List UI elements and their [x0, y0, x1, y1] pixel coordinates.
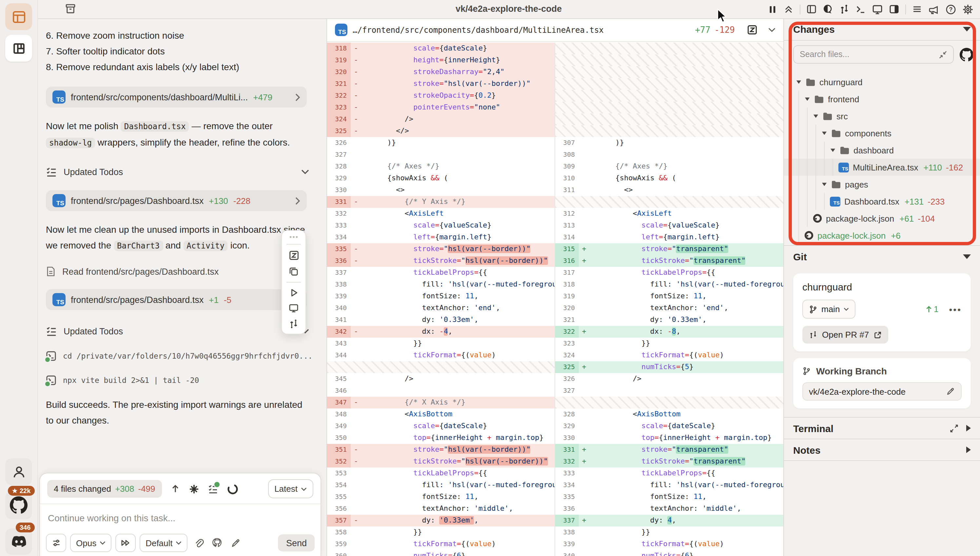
caret-down-icon[interactable] [830, 147, 836, 153]
updated-todos-row[interactable]: Updated Todos [46, 325, 309, 338]
model-dropdown[interactable]: Opus [70, 534, 111, 552]
code-line: )} [361, 137, 555, 149]
chevron-right-icon[interactable] [295, 196, 300, 205]
tree-item-frontend[interactable]: frontend [784, 91, 980, 108]
snapshot-icon[interactable] [288, 250, 299, 261]
code-line: dy: '0.33em', [361, 314, 555, 326]
document-icon [46, 266, 56, 277]
diff-new-side: 332+ tickStroke="transparent" [555, 456, 783, 467]
menu-icon[interactable] [912, 4, 922, 15]
files-changed-pill[interactable]: 4 files changed +308 -499 [47, 480, 162, 498]
working-branch-input[interactable]: vk/4e2a-explore-the-code [802, 382, 962, 401]
copy-icon[interactable] [289, 266, 299, 277]
version-dropdown[interactable]: Latest [268, 479, 313, 498]
octocat-icon[interactable] [960, 47, 974, 61]
tree-item-package-lock-json[interactable]: package-lock.json+6 [784, 227, 980, 244]
diff-new-side: 310 {showAxis && ( [555, 173, 783, 184]
todos-status-icon[interactable] [208, 483, 218, 494]
tool-call-row[interactable]: Read frontend/src/pages/Dashboard.tsx [46, 265, 219, 277]
panel-right-filled-icon[interactable] [889, 4, 899, 15]
panel-left-icon[interactable] [806, 4, 817, 15]
code-line: {/* Axes */} [361, 161, 555, 173]
help-icon[interactable]: ? [945, 3, 956, 15]
open-pr-button[interactable]: Open PR #7 [802, 326, 888, 344]
code-line: {/* Y Axis */} [361, 196, 555, 208]
edit-pencil-icon[interactable] [946, 387, 955, 396]
collapse-up-icon[interactable] [783, 4, 794, 15]
chevron-right-icon[interactable] [295, 93, 300, 101]
tree-item-components[interactable]: components [784, 124, 980, 142]
diff-row: 335- stroke="hsl(var(--border))"315+ str… [327, 243, 783, 255]
pen-icon[interactable] [228, 538, 243, 548]
diff-old-side: 360 numTicks={6} [327, 550, 555, 556]
tree-item-multilinearea-tsx[interactable]: TSMultiLineArea.tsx+110-162 [784, 159, 980, 176]
chevron-down-icon[interactable] [301, 169, 309, 175]
tree-item-package-lock-json[interactable]: package-lock.json+61-104 [784, 210, 980, 227]
terminal-section-header[interactable]: Terminal [784, 417, 980, 439]
run-icon[interactable] [289, 288, 299, 298]
snapshot-icon[interactable] [747, 24, 758, 36]
terminal-command-row[interactable]: npx vite build 2>&1 | tail -20 [46, 374, 199, 386]
caret-down-icon[interactable] [813, 113, 819, 119]
diff-new-side: 327 [555, 385, 783, 397]
diff-new-side: 316+ tickStroke="transparent" [555, 255, 783, 267]
chat-bubble-icon[interactable] [823, 4, 833, 15]
changes-section-header[interactable]: Changes [784, 18, 980, 40]
sparkle-icon[interactable] [189, 483, 199, 494]
code-line: <AxisLeft [589, 208, 783, 220]
chat-input[interactable]: Continue working on this task... [40, 504, 321, 523]
line-number: 324 [327, 113, 351, 125]
branch-dropdown[interactable]: main [802, 300, 856, 318]
code-line: tickFormat={(value) [361, 349, 555, 361]
scroll-up-icon[interactable] [170, 484, 180, 494]
send-button[interactable]: Send [278, 534, 315, 551]
monitor-icon[interactable] [289, 303, 299, 314]
sidebar-item-discord[interactable]: 346 [5, 529, 32, 555]
settings-sliders-button[interactable] [46, 534, 66, 552]
chevron-down-icon[interactable] [768, 27, 775, 32]
code-line: tickFormat={(value) [361, 538, 555, 550]
tree-item-churnguard[interactable]: churnguard [784, 73, 980, 91]
git-compare-icon[interactable] [839, 4, 849, 15]
tree-guide-line [798, 142, 799, 159]
mode-dropdown[interactable]: Default [140, 534, 187, 552]
gear-icon[interactable] [962, 3, 974, 15]
sidebar-item-github[interactable]: 22k [5, 491, 32, 519]
tree-item-src[interactable]: src [784, 108, 980, 124]
app-window: vk/4e2a-explore-the-code ? [0, 0, 980, 556]
sidebar-item-workspace-active[interactable] [5, 3, 32, 30]
diff-new-side: 328 <AxisBottom [555, 409, 783, 420]
file-chip[interactable]: TSfrontend/src/components/dashboard/Mult… [46, 87, 307, 108]
display-icon[interactable] [872, 3, 883, 15]
search-files-input[interactable]: Search files... [793, 45, 954, 64]
diff-file-header[interactable]: TS …/frontend/src/components/dashboard/M… [327, 18, 783, 42]
caret-down-icon[interactable] [821, 131, 827, 136]
pause-icon[interactable] [768, 4, 777, 14]
updated-todos-row[interactable]: Updated Todos [46, 165, 309, 178]
notes-section-header[interactable]: Notes [784, 439, 980, 461]
megaphone-icon[interactable] [928, 3, 940, 15]
file-chip[interactable]: TSfrontend/src/pages/Dashboard.tsx+1-5 [46, 289, 307, 310]
caret-down-icon[interactable] [821, 182, 827, 187]
file-chip[interactable]: TSfrontend/src/pages/Dashboard.tsx+130-2… [46, 190, 307, 211]
drag-handle-icon[interactable] [289, 235, 298, 239]
diff-old-side: 337 tickLabelProps={{ [327, 267, 555, 279]
caret-down-icon[interactable] [804, 96, 810, 102]
terminal-icon[interactable] [856, 4, 866, 15]
ts-file-icon: TS [52, 293, 66, 306]
git-section-header[interactable]: Git [784, 245, 980, 267]
tree-item-dashboard-tsx[interactable]: TSDashboard.tsx+131-233 [784, 193, 980, 210]
sidebar-item-account[interactable] [5, 458, 32, 485]
tree-item-pages[interactable]: pages [784, 176, 980, 193]
line-number: 313 [555, 220, 579, 231]
caret-down-icon[interactable] [796, 79, 802, 84]
diff-code-view[interactable]: 318- scale={dateScale}319- height={inner… [327, 43, 783, 556]
sidebar-item-board[interactable] [5, 35, 32, 61]
more-options-icon[interactable]: ••• [949, 304, 962, 314]
attach-icon[interactable] [192, 538, 206, 548]
tree-item-dashboard[interactable]: dashboard [784, 142, 980, 159]
terminal-command-row[interactable]: cd /private/var/folders/10/h7w0q46556ggr… [46, 350, 313, 362]
compare-changes-icon[interactable] [289, 318, 299, 329]
github-cat-icon[interactable] [210, 538, 224, 548]
fast-forward-button[interactable] [115, 534, 136, 552]
